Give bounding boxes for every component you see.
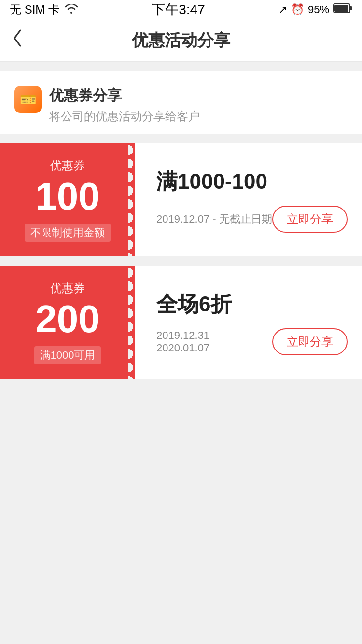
status-right: ↗ ⏰ 95%: [278, 3, 352, 16]
alarm-icon: ⏰: [291, 3, 304, 16]
status-time: 下午3:47: [152, 0, 205, 19]
coupon-icon: 🎫: [20, 92, 37, 108]
coupon-left-2: 优惠券 200 满1000可用: [0, 266, 135, 379]
coupon-right-1: 满1000-100 2019.12.07 - 无截止日期 立即分享: [135, 143, 362, 256]
coupon-label-1: 优惠券: [50, 158, 85, 173]
battery-icon: [333, 3, 352, 16]
coupon-list: 优惠券 100 不限制使用金额 满1000-100 2019.12.07 - 无…: [0, 143, 362, 379]
coupon-name-2: 全场6折: [156, 290, 348, 319]
coupon-amount-1: 100: [35, 177, 99, 216]
page-title: 优惠活动分享: [132, 29, 230, 52]
coupon-bottom-2: 2019.12.31 – 2020.01.07 立即分享: [156, 328, 348, 355]
share-button-1[interactable]: 立即分享: [272, 206, 348, 233]
coupon-label-2: 优惠券: [50, 280, 85, 296]
coupon-bottom-1: 2019.12.07 - 无截止日期 立即分享: [156, 206, 348, 233]
location-icon: ↗: [278, 3, 287, 16]
section-text-group: 优惠券分享 将公司的优惠活动分享给客户: [49, 86, 200, 124]
coupon-card-1: 优惠券 100 不限制使用金额 满1000-100 2019.12.07 - 无…: [0, 143, 362, 256]
svg-rect-1: [350, 6, 352, 10]
share-button-2[interactable]: 立即分享: [272, 328, 348, 355]
status-left: 无 SIM 卡: [10, 2, 78, 17]
section-title: 优惠券分享: [49, 86, 200, 106]
svg-rect-2: [334, 5, 348, 12]
section-icon: 🎫: [14, 86, 42, 113]
no-sim-label: 无 SIM 卡: [10, 2, 60, 17]
coupon-amount-2: 200: [35, 300, 99, 338]
coupon-name-1: 满1000-100: [156, 168, 348, 196]
section-subtitle: 将公司的优惠活动分享给客户: [49, 109, 200, 124]
coupon-left-1: 优惠券 100 不限制使用金额: [0, 143, 135, 256]
wifi-icon: [65, 3, 78, 16]
coupon-condition-1: 不限制使用金额: [25, 224, 111, 242]
coupon-condition-2: 满1000可用: [34, 346, 101, 364]
nav-bar: 优惠活动分享: [0, 19, 362, 62]
section-header: 🎫 优惠券分享 将公司的优惠活动分享给客户: [0, 71, 362, 134]
back-button[interactable]: [12, 28, 23, 52]
coupon-date-2: 2019.12.31 – 2020.01.07: [156, 329, 272, 354]
coupon-card-2: 优惠券 200 满1000可用 全场6折 2019.12.31 – 2020.0…: [0, 266, 362, 379]
coupon-right-2: 全场6折 2019.12.31 – 2020.01.07 立即分享: [135, 266, 362, 379]
bottom-area: [0, 379, 362, 620]
battery-label: 95%: [308, 3, 329, 16]
coupon-date-1: 2019.12.07 - 无截止日期: [156, 212, 272, 226]
status-bar: 无 SIM 卡 下午3:47 ↗ ⏰ 95%: [0, 0, 362, 19]
